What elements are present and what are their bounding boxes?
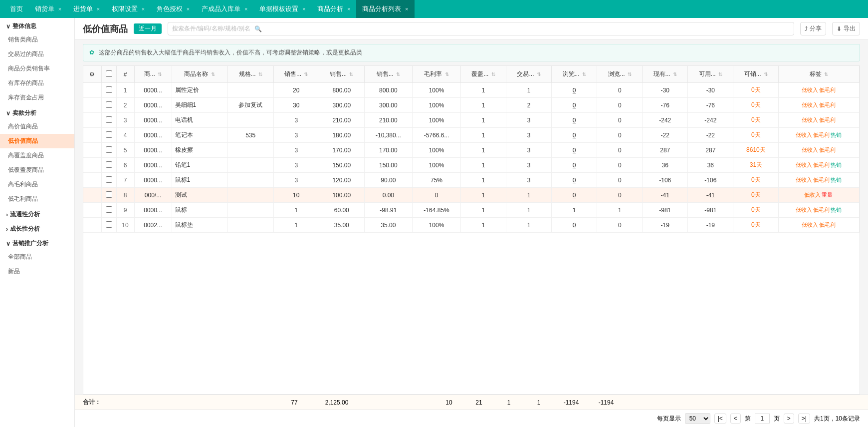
- sidebar-item-low-margin[interactable]: 低毛利商品: [0, 192, 74, 206]
- period-badge[interactable]: 近一月: [134, 23, 162, 34]
- row-checkbox-1[interactable]: [101, 98, 116, 113]
- first-page-button[interactable]: |<: [714, 414, 726, 424]
- row-checkbox-0[interactable]: [101, 83, 116, 98]
- sales2-col-header[interactable]: 销售... ⇅: [319, 66, 364, 83]
- sales1-col-header[interactable]: 销售... ⇅: [273, 66, 319, 83]
- sidebar-item-traded-products[interactable]: 交易过的商品: [0, 47, 74, 61]
- row-checkbox-input-0[interactable]: [106, 86, 112, 93]
- row-browse1-1[interactable]: 0: [552, 98, 597, 113]
- row-browse1-6[interactable]: 0: [552, 173, 597, 188]
- code-col-header[interactable]: 商... ⇅: [134, 66, 172, 83]
- nav-close-storage[interactable]: ×: [244, 6, 247, 12]
- row-checkbox-5[interactable]: [101, 158, 116, 173]
- row-checkbox-input-1[interactable]: [106, 101, 112, 108]
- sidebar-item-high-margin[interactable]: 高毛利商品: [0, 177, 74, 192]
- row-browse1-8[interactable]: 1: [552, 203, 597, 218]
- row-browse1-2[interactable]: 0: [552, 113, 597, 128]
- row-checkbox-6[interactable]: [101, 173, 116, 188]
- nav-product-analysis-list[interactable]: 商品分析列表 ×: [356, 0, 414, 18]
- export-button[interactable]: ⬇ 导出: [832, 22, 860, 35]
- last-page-button[interactable]: >|: [798, 414, 810, 424]
- nav-close-analysis-list[interactable]: ×: [405, 6, 408, 12]
- coverage-col-header[interactable]: 覆盖... ⇅: [461, 66, 506, 83]
- row-num-8: 9: [116, 203, 134, 218]
- row-checkbox-8[interactable]: [101, 203, 116, 218]
- settings-col-header[interactable]: ⚙: [83, 66, 101, 83]
- nav-close-template[interactable]: ×: [302, 6, 305, 12]
- summary-coverage: 10: [434, 399, 464, 406]
- sidebar-item-low-value[interactable]: 低价值商品: [0, 134, 74, 148]
- nav-product-analysis[interactable]: 商品分析 ×: [311, 0, 356, 18]
- current-col-header[interactable]: 现有... ⇅: [643, 66, 688, 83]
- row-checkbox-input-8[interactable]: [106, 206, 112, 213]
- row-browse1-0[interactable]: 0: [552, 83, 597, 98]
- row-checkbox-input-7[interactable]: [106, 191, 112, 198]
- sidebar-item-new-products[interactable]: 新品: [0, 264, 74, 279]
- nav-close-sales[interactable]: ×: [58, 6, 61, 12]
- nav-purchase-order[interactable]: 进货单 ×: [67, 0, 106, 18]
- row-browse1-4[interactable]: 0: [552, 143, 597, 158]
- sidebar-item-all-products[interactable]: 全部商品: [0, 250, 74, 264]
- browse2-col-header[interactable]: 浏览... ⇅: [597, 66, 643, 83]
- browse1-col-header[interactable]: 浏览... ⇅: [552, 66, 597, 83]
- row-checkbox-4[interactable]: [101, 143, 116, 158]
- sales3-col-header[interactable]: 销售... ⇅: [364, 66, 412, 83]
- row-checkbox-input-6[interactable]: [106, 176, 112, 183]
- row-browse1-5[interactable]: 0: [552, 158, 597, 173]
- share-button[interactable]: ⤴ 分享: [800, 22, 826, 35]
- sidebar-section-liquidity[interactable]: › 流通性分析: [0, 206, 74, 221]
- nav-close-role[interactable]: ×: [187, 6, 190, 12]
- checkbox-col-header[interactable]: [101, 66, 116, 83]
- prev-page-button[interactable]: <: [730, 414, 741, 424]
- nav-close-analysis[interactable]: ×: [347, 6, 350, 12]
- tags-col-header[interactable]: 标签 ⇅: [779, 66, 860, 83]
- row-checkbox-input-5[interactable]: [106, 161, 112, 168]
- sidebar-item-inventory-funds[interactable]: 库存资金占用: [0, 90, 74, 105]
- row-checkbox-input-2[interactable]: [106, 116, 112, 123]
- nav-permission-settings[interactable]: 权限设置 ×: [106, 0, 151, 18]
- sidebar-item-high-value[interactable]: 高价值商品: [0, 119, 74, 134]
- page-size-select[interactable]: 50 10 20 100: [685, 413, 710, 424]
- sellable-col-header[interactable]: 可销... ⇅: [733, 66, 779, 83]
- select-all-checkbox[interactable]: [106, 70, 112, 77]
- sidebar-item-sales-category[interactable]: 销售类商品: [0, 32, 74, 47]
- row-browse1-3[interactable]: 0: [552, 128, 597, 143]
- sidebar-section-overall[interactable]: ∨ 整体信息: [0, 18, 74, 32]
- table-row: 2 0000... 吴细细1 参加复试 30 300.00 300.00 100…: [83, 98, 860, 113]
- sidebar-section-sales-analysis[interactable]: ∨ 卖款分析: [0, 105, 74, 119]
- next-page-button[interactable]: >: [784, 414, 794, 424]
- row-browse1-9[interactable]: 0: [552, 218, 597, 233]
- row-browse1-7[interactable]: 0: [552, 188, 597, 203]
- sidebar-item-in-stock[interactable]: 有库存的商品: [0, 76, 74, 90]
- search-icon[interactable]: 🔍: [254, 25, 262, 32]
- nav-close-permission[interactable]: ×: [142, 6, 145, 12]
- sidebar-section-marketing[interactable]: ∨ 营销推广分析: [0, 235, 74, 250]
- row-checkbox-7[interactable]: [101, 188, 116, 203]
- search-box[interactable]: 搜索条件/编码/名称/规格/别名 🔍: [168, 22, 794, 35]
- page-header: 低价值商品 近一月 搜索条件/编码/名称/规格/别名 🔍 ⤴ 分享 ⬇ 导出: [75, 18, 868, 40]
- row-current-4: 287: [643, 143, 688, 158]
- spec-col-header[interactable]: 规格... ⇅: [227, 66, 273, 83]
- row-checkbox-9[interactable]: [101, 218, 116, 233]
- nav-template-settings[interactable]: 单据模板设置 ×: [253, 0, 311, 18]
- sidebar-section-growth[interactable]: › 成长性分析: [0, 221, 74, 235]
- name-col-header[interactable]: 商品名称 ⇅: [172, 66, 227, 83]
- sidebar-item-category-sales-rate[interactable]: 商品分类销售率: [0, 61, 74, 76]
- row-checkbox-input-9[interactable]: [106, 221, 112, 228]
- nav-close-purchase[interactable]: ×: [97, 6, 100, 12]
- row-browse2-3: 0: [597, 128, 643, 143]
- margin-col-header[interactable]: 毛利率 ⇅: [412, 66, 460, 83]
- nav-role-auth[interactable]: 角色授权 ×: [151, 0, 196, 18]
- row-checkbox-input-3[interactable]: [106, 131, 112, 138]
- trade-col-header[interactable]: 交易... ⇅: [506, 66, 552, 83]
- row-checkbox-2[interactable]: [101, 113, 116, 128]
- sidebar-item-high-coverage[interactable]: 高覆盖度商品: [0, 148, 74, 163]
- row-checkbox-input-4[interactable]: [106, 146, 112, 153]
- row-checkbox-3[interactable]: [101, 128, 116, 143]
- nav-home[interactable]: 首页: [4, 0, 29, 18]
- nav-product-storage[interactable]: 产成品入库单 ×: [196, 0, 253, 18]
- data-table-container[interactable]: ⚙ # 商... ⇅ 商品名称 ⇅ 规格... ⇅ 销售... ⇅ 销售... …: [83, 65, 860, 395]
- available-col-header[interactable]: 可用... ⇅: [688, 66, 733, 83]
- sidebar-item-low-coverage[interactable]: 低覆盖度商品: [0, 163, 74, 177]
- nav-sales-order[interactable]: 销货单 ×: [29, 0, 67, 18]
